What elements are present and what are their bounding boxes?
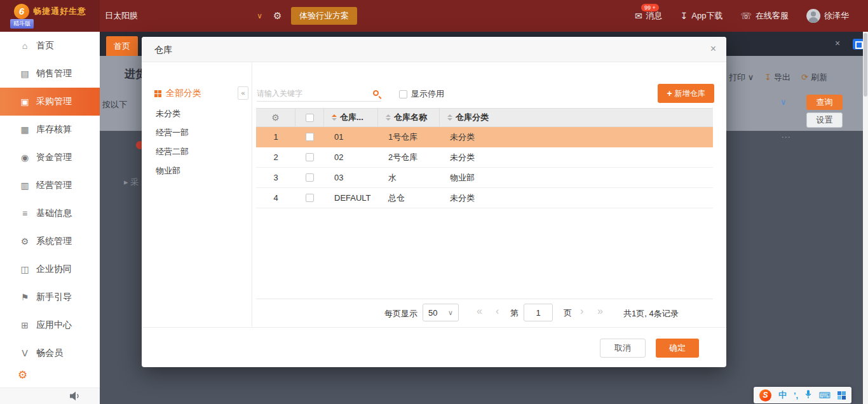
category-item[interactable]: 经营二部: [156, 146, 189, 158]
last-page-icon[interactable]: »: [597, 306, 603, 317]
sidebar-item-system[interactable]: ⚙ 系统管理: [0, 227, 100, 255]
sidebar-item-inventory[interactable]: ▦ 库存核算: [0, 116, 100, 144]
chevron-down-icon[interactable]: ∨: [780, 97, 787, 107]
sort-icon[interactable]: [447, 114, 452, 121]
sales-icon: ▤: [19, 69, 31, 79]
sidebar-item-label: 资金管理: [36, 152, 72, 163]
operations-icon: ▥: [19, 180, 31, 191]
refresh-button[interactable]: ⟳刷新: [801, 72, 827, 83]
chevron-down-icon: ∨: [257, 11, 262, 20]
column-header-category[interactable]: 仓库分类: [440, 109, 713, 126]
row-checkbox[interactable]: [306, 173, 314, 182]
show-disabled-option[interactable]: 显示停用: [399, 88, 444, 100]
scrollbar-thumb[interactable]: [864, 33, 867, 97]
column-settings-gear-icon[interactable]: ⚙: [271, 112, 280, 123]
sidebar-item-label: 系统管理: [36, 236, 72, 247]
brand-logo-icon: 6: [14, 4, 29, 19]
keyboard-icon[interactable]: ⌨: [818, 391, 831, 400]
table-row[interactable]: 2 02 2号仓库 未分类: [256, 147, 713, 168]
sidebar-item-label: 基础信息: [36, 208, 72, 219]
tree-node-fragment[interactable]: ▸ 采: [124, 177, 139, 188]
search-icon[interactable]: [373, 90, 379, 96]
store-selector-value: 日太阳膜: [105, 10, 138, 22]
show-disabled-checkbox[interactable]: [399, 90, 407, 98]
warehouse-table: ⚙ 仓库... 仓库名称 仓库分类 1 01: [256, 108, 713, 208]
sidebar-item-member[interactable]: Ⅴ 畅会员: [0, 339, 100, 367]
announcement-speaker-icon[interactable]: [70, 391, 81, 403]
settings-button[interactable]: 设置: [806, 112, 843, 128]
cancel-button[interactable]: 取消: [600, 339, 646, 358]
microphone-icon[interactable]: [805, 390, 811, 401]
avatar: [806, 9, 820, 23]
sidebar-item-collaboration[interactable]: ◫ 企业协同: [0, 255, 100, 283]
system-icon: ⚙: [19, 236, 31, 246]
tab-home[interactable]: 首页: [106, 36, 138, 56]
topbar-gear-icon[interactable]: ⚙: [273, 0, 281, 32]
add-warehouse-button[interactable]: + 新增仓库: [658, 84, 714, 103]
headset-icon: ☏: [740, 11, 752, 21]
category-all-label: 全部分类: [166, 88, 201, 99]
industry-solution-button[interactable]: 体验行业方案: [291, 7, 357, 25]
fullscreen-icon[interactable]: [853, 39, 864, 50]
close-tabs-icon[interactable]: ×: [835, 38, 840, 48]
store-selector[interactable]: 日太阳膜 ∨: [105, 0, 262, 32]
table-row[interactable]: 3 03 水 物业部: [256, 168, 713, 188]
category-item[interactable]: 未分类: [156, 108, 180, 119]
row-checkbox[interactable]: [306, 133, 314, 141]
category-all[interactable]: 全部分类: [154, 88, 201, 99]
category-item[interactable]: 经营一部: [156, 127, 189, 138]
top-bar: 6 畅捷通好生意 精斗版 日太阳膜 ∨ ⚙ 体验行业方案 ✉ 消息 99 + ↧…: [0, 0, 868, 32]
sidebar-item-app-center[interactable]: ⊞ 应用中心: [0, 311, 100, 339]
row-checkbox[interactable]: [306, 153, 314, 161]
next-page-icon[interactable]: ›: [580, 306, 583, 317]
collaboration-icon: ◫: [19, 264, 31, 274]
sort-icon[interactable]: [332, 114, 337, 121]
category-item[interactable]: 物业部: [156, 165, 180, 177]
export-button[interactable]: ↧导出: [764, 72, 790, 83]
ime-toolbox-icon[interactable]: [837, 391, 846, 400]
query-button[interactable]: 查询: [806, 95, 843, 110]
print-button[interactable]: 打印 ∨: [729, 72, 754, 83]
chevron-down-icon: ∨: [748, 72, 754, 82]
footer-divider: [142, 327, 726, 328]
close-icon[interactable]: ×: [710, 43, 716, 55]
download-icon: ↧: [681, 11, 688, 21]
category-panel-divider: [252, 62, 252, 327]
sort-icon[interactable]: [386, 114, 391, 121]
sidebar-item-sales[interactable]: ▤ 销售管理: [0, 60, 100, 88]
online-support-item[interactable]: ☏ 在线客服: [740, 10, 789, 22]
member-icon: Ⅴ: [19, 348, 31, 358]
refresh-icon: ⟳: [801, 72, 808, 82]
app-download-item[interactable]: ↧ App下载: [681, 10, 723, 22]
page-number-input[interactable]: [524, 304, 553, 321]
table-row[interactable]: 1 01 1号仓库 未分类: [256, 127, 713, 147]
sidebar-settings-gear-icon[interactable]: ⚙: [18, 368, 27, 382]
filter-text-fragment: 按以下: [102, 99, 127, 111]
column-header-code[interactable]: 仓库...: [324, 109, 378, 126]
search-input[interactable]: [257, 89, 373, 98]
per-page-select[interactable]: 50 ∨: [423, 304, 459, 321]
user-menu[interactable]: 徐泽华: [806, 9, 849, 23]
messages-item[interactable]: ✉ 消息 99 +: [635, 10, 663, 22]
prev-page-icon[interactable]: ‹: [496, 306, 499, 317]
page-scrollbar[interactable]: [863, 32, 868, 404]
confirm-button[interactable]: 确定: [656, 339, 699, 358]
more-options-icon[interactable]: ⋯: [781, 131, 790, 143]
sidebar-item-guide[interactable]: ⚑ 新手引导: [0, 283, 100, 311]
collapse-panel-button[interactable]: «: [238, 86, 248, 100]
sidebar-item-label: 采购管理: [36, 96, 72, 107]
select-all-checkbox[interactable]: [306, 114, 314, 122]
column-header-name[interactable]: 仓库名称: [378, 109, 440, 126]
first-page-icon[interactable]: «: [477, 306, 482, 317]
sidebar-item-base-info[interactable]: ≡ 基础信息: [0, 199, 100, 227]
ime-punctuation-icon[interactable]: ’,: [794, 391, 798, 400]
row-checkbox[interactable]: [306, 194, 314, 202]
sidebar-item-home[interactable]: ⌂ 首页: [0, 32, 100, 60]
sidebar-item-operations[interactable]: ▥ 经营管理: [0, 172, 100, 199]
ime-language-icon[interactable]: 中: [778, 389, 787, 401]
sogou-logo-icon[interactable]: S: [759, 389, 771, 401]
table-row[interactable]: 4 DEFAULT 总仓 未分类: [256, 188, 713, 208]
sidebar-item-purchase[interactable]: ▣ 采购管理: [0, 88, 100, 116]
modal-title: 仓库: [154, 37, 172, 62]
sidebar-item-funds[interactable]: ◉ 资金管理: [0, 144, 100, 172]
